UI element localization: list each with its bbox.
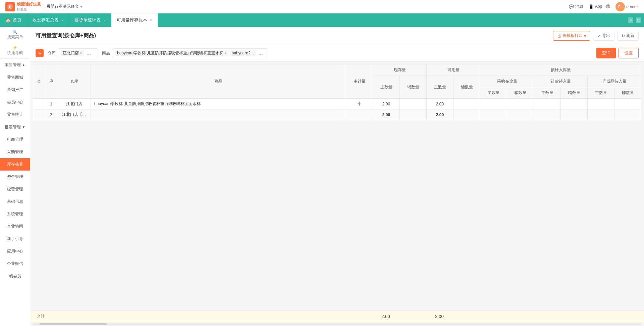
tab-order-stat-close[interactable]: × bbox=[103, 18, 105, 22]
th-incoming-main: 主数量 bbox=[534, 87, 561, 99]
tab-inventory[interactable]: 可用量库存账本 × bbox=[111, 13, 158, 27]
content-area: 可用量查询(按仓库+商品) 🖨 按模板打印 ▾ ↗ 导出 ↻ 刷新 » bbox=[30, 27, 644, 326]
export-btn[interactable]: ↗ 导出 bbox=[593, 31, 614, 41]
th-avail-sub: 辅数量 bbox=[453, 76, 480, 99]
tenant-dropdown-icon: ▾ bbox=[80, 4, 82, 9]
tab-spacer bbox=[158, 13, 625, 27]
tab-home[interactable]: 🏠 首页 bbox=[0, 13, 27, 27]
cell-warehouse-2: 江北门店【... bbox=[57, 109, 91, 120]
settings-icon[interactable]: ⚙ bbox=[37, 79, 41, 84]
sidebar-item-inventory-check[interactable]: 库存核算 bbox=[0, 158, 30, 171]
summary-values: 2.00 2.00 bbox=[64, 314, 641, 319]
sidebar-item-retail-stats[interactable]: 零售统计 bbox=[0, 108, 30, 121]
tab-inventory-close[interactable]: × bbox=[150, 18, 152, 22]
table-row: 1 江北门店 babycare学饮杯 儿童防摔防撞吸管杯重力球吸嘴杯宝宝水杯 个… bbox=[33, 99, 641, 109]
warehouse-input[interactable]: 江北门店 × ... bbox=[58, 48, 98, 58]
summary-p4 bbox=[560, 314, 587, 319]
cell-prod-main-2 bbox=[588, 109, 614, 120]
summary-stock-main: 2.00 bbox=[372, 314, 399, 319]
sidebar-item-new-guide[interactable]: 新手引导 bbox=[0, 233, 30, 245]
sidebar-item-corp-collab[interactable]: 企业协同 bbox=[0, 220, 30, 233]
nav-icon: ⚡ bbox=[12, 45, 17, 50]
sidebar-item-ecommerce-mgmt[interactable]: 电商管理 bbox=[0, 133, 30, 146]
user-area[interactable]: Ea demo2 bbox=[615, 2, 639, 11]
sidebar-item-purchase-mgmt[interactable]: 采购管理 bbox=[0, 146, 30, 158]
cell-prod-sub-1 bbox=[614, 99, 641, 109]
summary-stock-sub bbox=[399, 314, 426, 319]
th-no: 序 bbox=[45, 64, 57, 99]
th-incoming-stock: 进货待入量 bbox=[534, 76, 588, 87]
filter-expand-btn[interactable]: » bbox=[36, 49, 44, 57]
cell-stock-sub-1 bbox=[400, 99, 427, 109]
sidebar-item-chang-member[interactable]: 畅会员 bbox=[0, 270, 30, 282]
cell-no-1: 1 bbox=[45, 99, 57, 109]
nav-tabs: 🏠 首页 收发存汇总表 × 要货单统计表 × 可用量库存账本 × × □ bbox=[0, 13, 644, 27]
avatar: Ea bbox=[615, 2, 625, 11]
cell-incoming-main-1 bbox=[534, 99, 561, 109]
main-layout: 🔍 搜索菜单 ⚡ 快捷导航 零售管理 ▲ 零售商城 营销推广 会员中心 零售统计… bbox=[0, 27, 644, 326]
scrollbar-area bbox=[30, 322, 644, 326]
search-icon: 🔍 bbox=[12, 30, 17, 34]
product-tag-1-close[interactable]: × bbox=[224, 51, 226, 55]
summary-avail-sub bbox=[453, 314, 480, 319]
product-tag-2: babycare?... bbox=[230, 50, 256, 56]
cell-stock-sub-2 bbox=[400, 109, 427, 120]
cell-avail-sub-2 bbox=[453, 109, 480, 120]
sidebar-item-retail-mall[interactable]: 零售商城 bbox=[0, 71, 30, 84]
sidebar-item-wholesale-mgmt[interactable]: 批发管理 ▼ bbox=[0, 121, 30, 133]
tab-collect-close[interactable]: × bbox=[61, 18, 63, 22]
sidebar-item-corp-wechat[interactable]: 企业微信 bbox=[0, 258, 30, 270]
sidebar-item-finance-mgmt[interactable]: 资金管理 bbox=[0, 171, 30, 183]
expand-window-btn[interactable]: □ bbox=[636, 17, 641, 23]
page-title: 可用量查询(按仓库+商品) bbox=[36, 32, 96, 39]
product-label: 商品 bbox=[102, 50, 110, 56]
message-btn[interactable]: 💬 消息 bbox=[569, 4, 583, 9]
print-btn[interactable]: 🖨 按模板打印 ▾ bbox=[553, 31, 590, 41]
th-unit: 主计量 bbox=[346, 64, 373, 99]
refresh-btn[interactable]: ↻ 刷新 bbox=[617, 31, 639, 41]
cell-settings-2 bbox=[33, 109, 45, 120]
sidebar-item-member-center[interactable]: 会员中心 bbox=[0, 96, 30, 108]
setting-btn[interactable]: 设置 bbox=[619, 48, 639, 58]
sidebar-item-basic-info[interactable]: 基础信息 bbox=[0, 195, 30, 208]
scrollbar-thumb[interactable] bbox=[40, 323, 107, 325]
svg-text:好: 好 bbox=[8, 5, 12, 9]
th-purchase-main: 主数量 bbox=[480, 87, 507, 99]
app-download-btn[interactable]: 📱 App下载 bbox=[589, 4, 610, 9]
cell-prod-sub-2 bbox=[614, 109, 641, 120]
warehouse-tag-close[interactable]: × bbox=[80, 51, 82, 55]
tab-order-stat[interactable]: 要货单统计表 × bbox=[69, 13, 111, 27]
summary-avail-main: 2.00 bbox=[426, 314, 453, 319]
page-actions: 🖨 按模板打印 ▾ ↗ 导出 ↻ 刷新 bbox=[553, 31, 639, 41]
cell-purchase-main-2 bbox=[480, 109, 507, 120]
close-window-btn[interactable]: × bbox=[628, 17, 633, 23]
search-menu[interactable]: 🔍 搜索菜单 bbox=[0, 27, 30, 43]
sidebar-item-ops-mgmt[interactable]: 经营管理 bbox=[0, 183, 30, 195]
cell-incoming-sub-2 bbox=[561, 109, 588, 120]
top-bar-right: 💬 消息 📱 App下载 Ea demo2 bbox=[569, 2, 639, 11]
sidebar-item-retail-mgmt[interactable]: 零售管理 ▲ bbox=[0, 59, 30, 71]
scrollbar-track[interactable] bbox=[33, 323, 641, 325]
cell-incoming-sub-1 bbox=[561, 99, 588, 109]
quick-nav[interactable]: ⚡ 快捷导航 bbox=[0, 43, 30, 58]
summary-p2 bbox=[506, 314, 533, 319]
sidebar-item-sys-mgmt[interactable]: 系统管理 bbox=[0, 208, 30, 220]
tenant-selector[interactable]: 母婴行业演示账套 ▾ bbox=[44, 3, 97, 10]
cell-incoming-main-2 bbox=[534, 109, 561, 120]
chevron-up-icon: ▲ bbox=[22, 63, 25, 67]
cell-unit-2 bbox=[346, 109, 373, 120]
th-stock-sub: 辅数量 bbox=[400, 76, 427, 99]
product-input[interactable]: babycare学饮杯 儿童防摔防撞吸管杯重力球吸嘴杯宝宝水杯 × babyca… bbox=[112, 48, 267, 58]
warehouse-more[interactable]: ... bbox=[85, 50, 92, 56]
refresh-icon: ↻ bbox=[622, 34, 625, 38]
sidebar-item-app-center[interactable]: 应用中心 bbox=[0, 245, 30, 258]
query-btn[interactable]: 查询 bbox=[596, 48, 616, 58]
print-dropdown-icon: ▾ bbox=[584, 34, 586, 38]
table-container: ⚙ 序 仓库 商品 主计量 现存量 可用量 预计入库量 主数量 辅数量 主数量 bbox=[30, 61, 644, 311]
summary-p3 bbox=[533, 314, 560, 319]
product-more[interactable]: ... bbox=[257, 50, 264, 56]
th-purchase-transit: 采购在途量 bbox=[480, 76, 534, 87]
sidebar-item-marketing[interactable]: 营销推广 bbox=[0, 84, 30, 96]
filter-bar: » 仓库 江北门店 × ... 商品 babycare学饮杯 儿童防摔防撞吸管杯… bbox=[30, 45, 644, 61]
tab-collect[interactable]: 收发存汇总表 × bbox=[27, 13, 69, 27]
